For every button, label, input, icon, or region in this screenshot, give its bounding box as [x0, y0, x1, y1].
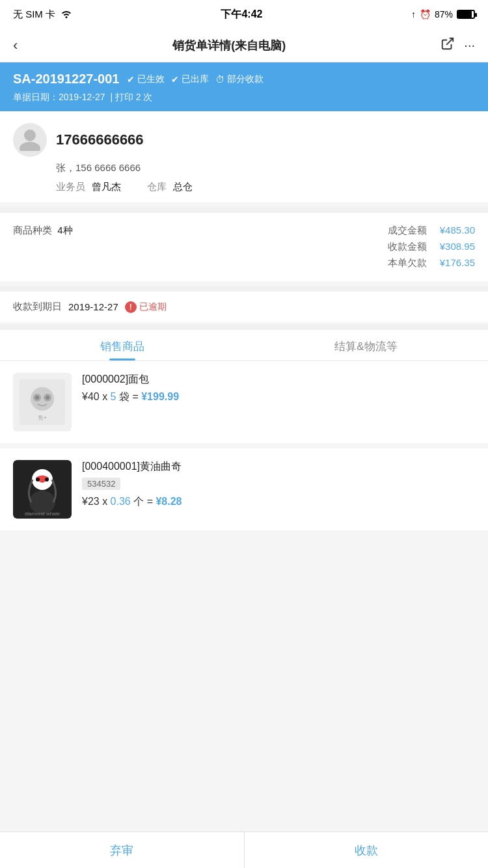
status-badge-effective: ✔ 已生效 [127, 74, 165, 85]
avatar-icon [17, 125, 43, 156]
check-icon-2: ✔ [171, 74, 179, 85]
status-badge-shipped: ✔ 已出库 [171, 74, 209, 85]
tabs-bar: 销售商品 结算&物流等 [0, 330, 488, 361]
status-right: ↑ ⏰ 87% [411, 9, 475, 20]
page-title: 销货单详情(来自电脑) [172, 38, 286, 53]
warehouse-meta: 仓库 总仓 [147, 181, 193, 193]
bottom-bar: 弃审 收款 [0, 832, 488, 868]
status-left: 无 SIM 卡 [13, 8, 72, 21]
customer-top: 17666666666 [13, 123, 475, 157]
product-price-2: ¥23 x 0.36 个 = ¥8.28 [82, 495, 475, 509]
overdue-icon: ! [125, 301, 137, 313]
product-tag-2: 534532 [82, 478, 120, 490]
sales-meta: 业务员 曾凡杰 [56, 181, 121, 193]
status-bar: 无 SIM 卡 下午4:42 ↑ ⏰ 87% [0, 0, 488, 29]
product-name-1: [0000002]面包 [82, 373, 475, 387]
divider-2 [0, 286, 488, 292]
svg-line-0 [446, 38, 453, 45]
amount-row-1: 成交金额 ¥485.30 [388, 224, 475, 237]
banner-top: SA-20191227-001 ✔ 已生效 ✔ 已出库 ⏱ 部分收款 [13, 72, 475, 87]
divider-3 [0, 325, 488, 330]
overdue-badge: ! 已逾期 [125, 301, 167, 313]
svg-point-8 [46, 396, 49, 400]
header-banner: SA-20191227-001 ✔ 已生效 ✔ 已出库 ⏱ 部分收款 单据日期：… [0, 62, 488, 111]
nav-bar: ‹ 销货单详情(来自电脑) ··· [0, 29, 488, 62]
nav-actions: ··· [441, 36, 475, 54]
product-details-2: [000400001]黄油曲奇 534532 ¥23 x 0.36 个 = ¥8… [82, 460, 475, 509]
product-type-stat: 商品种类 4种 [13, 224, 388, 237]
battery-icon [457, 10, 475, 19]
stats-right: 成交金额 ¥485.30 收款金额 ¥308.95 本单欠款 ¥176.35 [388, 224, 475, 269]
product-image-2: diamond whale [13, 460, 72, 519]
clock-icon: ⏱ [215, 74, 224, 85]
svg-point-13 [36, 478, 40, 481]
amount-row-2: 收款金额 ¥308.95 [388, 241, 475, 253]
svg-text:售+: 售+ [38, 414, 47, 421]
product-price-1: ¥40 x 5 袋 = ¥199.99 [82, 390, 475, 404]
customer-meta: 业务员 曾凡杰 仓库 总仓 [13, 181, 475, 193]
product-image-1: 售+ [13, 373, 72, 431]
check-icon-1: ✔ [127, 74, 135, 85]
tab-settlement[interactable]: 结算&物流等 [244, 330, 488, 360]
back-button[interactable]: ‹ [13, 37, 18, 54]
divider-1 [0, 208, 488, 213]
order-id: SA-20191227-001 [13, 72, 119, 87]
wifi-icon [61, 9, 72, 20]
confirm-button[interactable]: 收款 [245, 832, 489, 868]
more-icon[interactable]: ··· [464, 38, 475, 53]
bottom-spacer [0, 536, 488, 572]
tab-sales-products[interactable]: 销售商品 [0, 330, 244, 360]
banner-date: 单据日期：2019-12-27 | 打印 2 次 [13, 92, 475, 103]
status-badge-partial: ⏱ 部分收款 [215, 74, 264, 85]
amount-row-3: 本单欠款 ¥176.35 [388, 257, 475, 269]
stats-section: 商品种类 4种 成交金额 ¥485.30 收款金额 ¥308.95 本单欠款 ¥… [0, 213, 488, 281]
share-icon[interactable] [441, 36, 455, 54]
svg-point-1 [24, 129, 36, 141]
product-item-1: 售+ [0000002]面包 ¥40 x 5 袋 = ¥199.99 [0, 361, 488, 443]
tabs-section: 销售商品 结算&物流等 [0, 330, 488, 361]
alarm-icon: ⏰ [420, 9, 431, 20]
customer-section: 17666666666 张，156 6666 6666 业务员 曾凡杰 仓库 总… [0, 111, 488, 202]
cancel-button[interactable]: 弃审 [0, 832, 245, 868]
svg-point-7 [35, 396, 39, 400]
product-item-2: diamond whale [000400001]黄油曲奇 534532 ¥23… [0, 448, 488, 530]
products-list: 售+ [0000002]面包 ¥40 x 5 袋 = ¥199.99 [0, 361, 488, 530]
location-icon: ↑ [411, 9, 416, 20]
avatar [13, 123, 47, 157]
customer-info: 张，156 6666 6666 [13, 162, 475, 174]
tab-underline [109, 359, 135, 360]
svg-point-14 [45, 478, 49, 481]
product-details-1: [0000002]面包 ¥40 x 5 袋 = ¥199.99 [82, 373, 475, 404]
svg-text:diamond whale: diamond whale [25, 511, 60, 517]
status-time: 下午4:42 [221, 8, 262, 21]
customer-phone: 17666666666 [56, 131, 144, 148]
status-badges: ✔ 已生效 ✔ 已出库 ⏱ 部分收款 [127, 74, 264, 85]
stats-left: 商品种类 4种 [13, 224, 388, 237]
svg-point-2 [20, 142, 40, 151]
carrier-text: 无 SIM 卡 [13, 8, 55, 21]
product-name-2: [000400001]黄油曲奇 [82, 460, 475, 474]
battery-text: 87% [435, 9, 453, 20]
due-section: 收款到期日 2019-12-27 ! 已逾期 [0, 292, 488, 322]
